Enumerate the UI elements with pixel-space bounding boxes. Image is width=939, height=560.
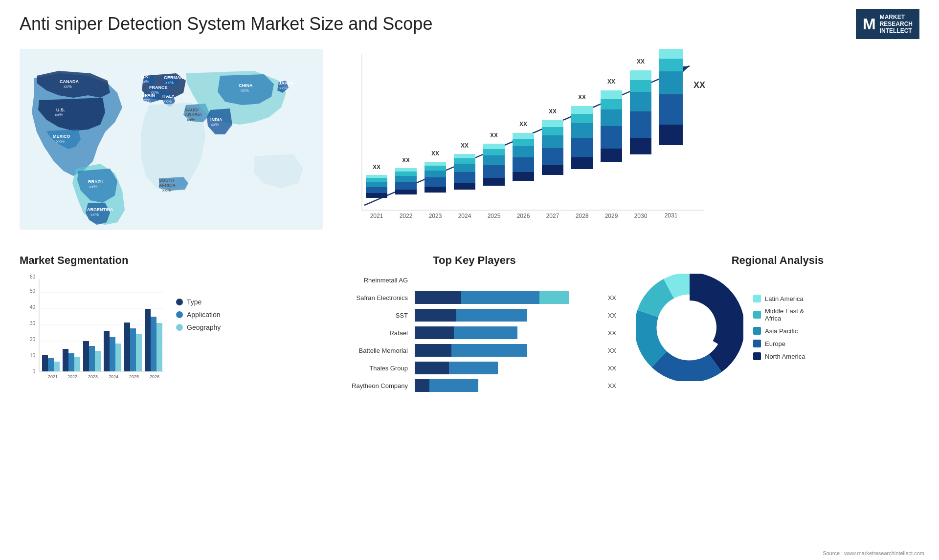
svg-text:2021: 2021: [370, 213, 383, 219]
type-label: Type: [187, 298, 201, 306]
svg-text:40: 40: [30, 304, 36, 310]
regional-title: Regional Analysis: [636, 254, 919, 267]
mideast-color: [753, 311, 761, 319]
svg-rect-86: [630, 80, 651, 92]
segmentation-title: Market Segmentation: [20, 254, 313, 267]
svg-rect-64: [542, 135, 563, 148]
regional-section: Regional Analysis: [626, 249, 929, 560]
svg-text:2028: 2028: [576, 213, 589, 219]
player-name-rafael: Rafael: [333, 329, 411, 337]
svg-rect-115: [63, 349, 68, 371]
svg-rect-21: [366, 187, 387, 193]
svg-rect-44: [454, 158, 475, 164]
svg-rect-121: [95, 351, 101, 371]
svg-text:2021: 2021: [48, 374, 58, 379]
svg-rect-113: [54, 362, 60, 371]
svg-text:30: 30: [30, 321, 36, 326]
svg-rect-78: [601, 109, 622, 126]
svg-text:2029: 2029: [605, 213, 618, 219]
donut-chart: [636, 274, 743, 381]
svg-text:xx%: xx%: [163, 99, 172, 104]
svg-text:XX: XX: [402, 157, 410, 164]
svg-rect-28: [395, 182, 417, 190]
svg-rect-91: [659, 94, 683, 125]
svg-rect-41: [454, 183, 475, 190]
svg-text:2026: 2026: [150, 374, 159, 379]
header: Anti sniper Detection System Market Size…: [0, 0, 939, 44]
bar-seg1: [415, 326, 454, 339]
regional-layout: Latin America Middle East &Africa Asia P…: [636, 274, 919, 381]
application-label: Application: [187, 311, 221, 319]
mexico-label: MEXICO: [53, 134, 70, 139]
svg-rect-72: [571, 114, 593, 123]
southafrica-label: SOUTH: [159, 178, 175, 183]
svg-rect-128: [130, 328, 136, 371]
player-thales: Thales Group XX: [333, 362, 616, 374]
svg-rect-70: [571, 138, 593, 157]
china-label: CHINA: [239, 83, 253, 88]
key-players-section: Top Key Players Rheinmetall AG Safran El…: [323, 249, 626, 560]
svg-text:XX: XX: [607, 78, 615, 85]
player-name-sst: SST: [333, 312, 411, 319]
svg-rect-62: [542, 165, 563, 175]
japan-label: JAPAN: [279, 81, 293, 86]
svg-rect-31: [395, 168, 417, 172]
svg-text:2023: 2023: [88, 374, 98, 379]
bar-seg1: [415, 379, 429, 392]
player-name-raytheon: Raytheon Company: [333, 382, 411, 389]
bar-seg2: [456, 309, 527, 322]
svg-rect-124: [110, 337, 115, 371]
svg-rect-133: [156, 323, 162, 371]
player-rafael: Rafael XX: [333, 326, 616, 339]
svg-rect-119: [83, 341, 89, 371]
svg-rect-50: [483, 155, 505, 165]
svg-text:XX: XX: [637, 58, 645, 65]
svg-rect-92: [659, 71, 683, 94]
svg-rect-63: [542, 148, 563, 165]
svg-rect-65: [542, 127, 563, 135]
svg-rect-57: [513, 146, 534, 157]
svg-rect-27: [395, 190, 417, 194]
svg-text:XX: XX: [490, 132, 498, 139]
player-bar-raytheon: [415, 379, 601, 392]
asia-color: [753, 327, 761, 335]
main-content: CANADA xx% U.S. xx% MEXICO xx% BRAZIL xx…: [0, 44, 939, 560]
svg-rect-84: [630, 111, 651, 138]
uk-label: U.K.: [141, 74, 150, 79]
saudi-label: SAUDI: [185, 108, 199, 112]
svg-rect-87: [630, 70, 651, 80]
logo-box: M MARKET RESEARCH INTELLECT: [856, 9, 919, 39]
bar-2029: XX 2029: [601, 78, 622, 219]
svg-rect-83: [630, 138, 651, 154]
canada-value: xx%: [64, 84, 72, 89]
bar-2026: XX 2026: [513, 121, 534, 219]
svg-text:xx%: xx%: [143, 98, 151, 103]
logo-text: MARKET RESEARCH INTELLECT: [880, 14, 913, 34]
type-color: [176, 299, 183, 305]
svg-rect-80: [601, 90, 622, 99]
bar-seg2: [451, 344, 527, 357]
svg-text:20: 20: [30, 337, 36, 342]
geography-label: Geography: [187, 323, 221, 331]
svg-text:xx%: xx%: [279, 86, 288, 90]
player-bar-sst: [415, 309, 601, 322]
bar-seg1: [415, 344, 451, 357]
svg-text:xx%: xx%: [162, 188, 171, 193]
player-raytheon: Raytheon Company XX: [333, 379, 616, 392]
svg-text:2025: 2025: [488, 213, 501, 219]
player-name-battelle: Battelle Memorial: [333, 347, 411, 354]
player-bar-thales: [415, 362, 601, 374]
spain-label: SPAIN: [142, 93, 155, 98]
bar-chart: XX 2021 XX 2022: [333, 49, 915, 235]
svg-text:XX: XX: [519, 121, 527, 128]
svg-rect-58: [513, 139, 534, 146]
svg-rect-93: [659, 59, 683, 71]
player-xx-sst: XX: [608, 312, 616, 319]
svg-text:XX: XX: [549, 108, 557, 115]
svg-text:xx%: xx%: [56, 139, 65, 144]
svg-rect-59: [513, 133, 534, 139]
svg-text:xx%: xx%: [90, 212, 99, 217]
bar-seg1: [415, 291, 461, 304]
svg-text:XX: XX: [578, 94, 586, 101]
svg-text:2024: 2024: [109, 374, 118, 379]
